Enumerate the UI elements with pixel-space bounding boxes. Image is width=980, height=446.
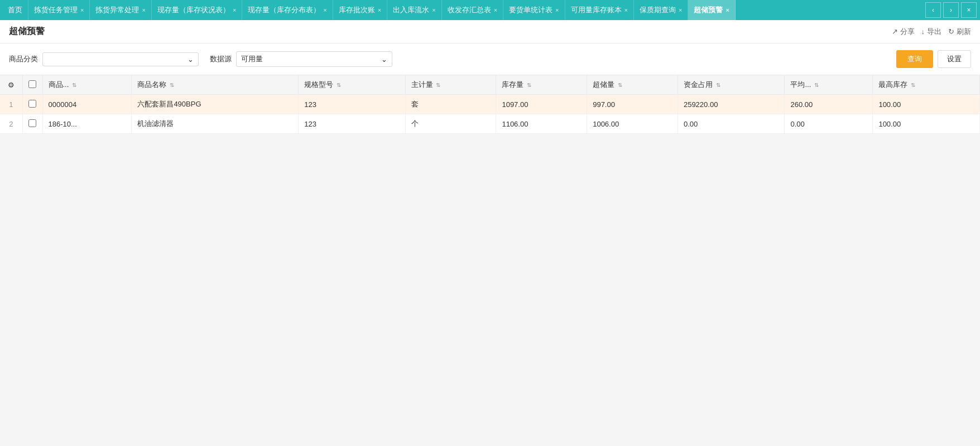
query-button[interactable]: 查询: [896, 50, 933, 68]
row-overstock-qty-1: 997.00: [587, 95, 678, 114]
nav-available-stock[interactable]: 可用量库存账本 ×: [565, 0, 634, 20]
row-product-name-2: 机油滤清器: [132, 114, 299, 134]
settings-button[interactable]: 设置: [938, 50, 971, 68]
nav-close-batch-account[interactable]: ×: [378, 7, 381, 13]
row-product-code-2: 186-10...: [42, 114, 132, 134]
row-capital-occupied-2: 0.00: [678, 114, 785, 134]
nav-task-mgmt[interactable]: 拣货任务管理 ×: [28, 0, 90, 20]
refresh-icon: ↻: [948, 27, 954, 36]
row-capital-occupied-1: 259220.00: [678, 95, 785, 114]
nav-quality-check[interactable]: 保质期查询 ×: [634, 0, 688, 20]
row-checkbox-2[interactable]: [22, 114, 42, 134]
sort-icon-unit: ⇅: [436, 82, 440, 88]
nav-inout-flow[interactable]: 出入库流水 ×: [387, 0, 441, 20]
page-title: 超储预警: [9, 26, 45, 37]
nav-close-available-stock[interactable]: ×: [624, 7, 628, 13]
nav-inventory-dist[interactable]: 现存量（库存分布表） ×: [242, 0, 333, 20]
row-select-checkbox-1[interactable]: [28, 100, 36, 108]
nav-close-inout-flow[interactable]: ×: [432, 7, 435, 13]
row-stock-qty-2: 1106.00: [496, 114, 587, 134]
table-row: 1 0000004 六配套新昌490BPG 123 套 1097.00 997.…: [0, 95, 980, 114]
th-capital-occupied[interactable]: 资金占用 ⇅: [678, 75, 785, 95]
row-checkbox-1[interactable]: [22, 95, 42, 114]
sort-icon-avg: ⇅: [814, 82, 819, 88]
th-unit[interactable]: 主计量 ⇅: [405, 75, 496, 95]
nav-collect-summary[interactable]: 收发存汇总表 ×: [442, 0, 503, 20]
nav-close-inventory-dist[interactable]: ×: [323, 7, 326, 13]
nav-close-abnormal[interactable]: ×: [142, 7, 145, 13]
share-action[interactable]: ↗ 分享: [892, 27, 915, 37]
filter-product-category-select[interactable]: ⌄: [42, 52, 199, 66]
export-action[interactable]: ↓ 导出: [921, 27, 942, 37]
nav-arrow-close[interactable]: ×: [961, 2, 977, 18]
export-icon: ↓: [921, 27, 925, 36]
overstock-table: ⚙ 商品... ⇅ 商品名称 ⇅ 规格型号 ⇅ 主计量: [0, 75, 980, 134]
filter-actions: 查询 设置: [896, 50, 971, 68]
table-row: 2 186-10... 机油滤清器 123 个 1106.00 1006.00 …: [0, 114, 980, 134]
filter-datasource-group: 数据源 可用量 ⌄: [210, 51, 392, 67]
filter-area: 商品分类 ⌄ 数据源 可用量 ⌄ 查询 设置: [0, 43, 980, 75]
filter-datasource-select[interactable]: 可用量 ⌄: [236, 51, 392, 67]
nav-close-order-stats[interactable]: ×: [555, 7, 559, 13]
filter-product-category-group: 商品分类 ⌄: [9, 52, 199, 66]
nav-close-collect-summary[interactable]: ×: [494, 7, 497, 13]
nav-close-inventory-status[interactable]: ×: [233, 7, 236, 13]
row-overstock-qty-2: 1006.00: [587, 114, 678, 134]
row-select-checkbox-2[interactable]: [28, 119, 36, 127]
top-nav: 首页 拣货任务管理 × 拣货异常处理 × 现存量（库存状况表） × 现存量（库存…: [0, 0, 980, 20]
page-header: 超储预警 ↗ 分享 ↓ 导出 ↻ 刷新: [0, 20, 980, 43]
filter-datasource-label: 数据源: [210, 54, 232, 64]
row-product-name-1: 六配套新昌490BPG: [132, 95, 299, 114]
nav-inventory-status[interactable]: 现存量（库存状况表） ×: [152, 0, 242, 20]
share-icon: ↗: [892, 27, 898, 36]
chevron-down-icon-2: ⌄: [381, 55, 387, 64]
gear-icon: ⚙: [8, 81, 15, 89]
th-avg[interactable]: 平均... ⇅: [785, 75, 873, 95]
th-settings[interactable]: ⚙: [0, 75, 22, 95]
th-stock-qty[interactable]: 库存量 ⇅: [496, 75, 587, 95]
nav-arrows: ‹ › ×: [924, 2, 978, 18]
refresh-action[interactable]: ↻ 刷新: [948, 27, 971, 37]
table-header-row: ⚙ 商品... ⇅ 商品名称 ⇅ 规格型号 ⇅ 主计量: [0, 75, 980, 95]
sort-icon-spec: ⇅: [337, 82, 341, 88]
row-unit-2: 个: [405, 114, 496, 134]
row-max-stock-1: 100.00: [873, 95, 980, 114]
th-product-name[interactable]: 商品名称 ⇅: [132, 75, 299, 95]
nav-abnormal[interactable]: 拣货异常处理 ×: [90, 0, 151, 20]
nav-close-overstock-warning[interactable]: ×: [726, 7, 729, 13]
sort-icon-max-stock: ⇅: [911, 82, 915, 88]
row-unit-1: 套: [405, 95, 496, 114]
nav-batch-account[interactable]: 库存批次账 ×: [333, 0, 387, 20]
table-container: ⚙ 商品... ⇅ 商品名称 ⇅ 规格型号 ⇅ 主计量: [0, 75, 980, 134]
nav-close-task-mgmt[interactable]: ×: [80, 7, 84, 13]
sort-icon-stock-qty: ⇅: [527, 82, 531, 88]
th-product-code[interactable]: 商品... ⇅: [42, 75, 132, 95]
row-avg-1: 260.00: [785, 95, 873, 114]
sort-icon-capital-occupied: ⇅: [716, 82, 720, 88]
nav-overstock-warning[interactable]: 超储预警 ×: [688, 0, 735, 20]
th-checkbox[interactable]: [22, 75, 42, 95]
row-num-1: 1: [0, 95, 22, 114]
row-num-2: 2: [0, 114, 22, 134]
th-max-stock[interactable]: 最高库存 ⇅: [873, 75, 980, 95]
sort-icon-overstock-qty: ⇅: [618, 82, 622, 88]
nav-arrow-left[interactable]: ‹: [925, 2, 941, 18]
row-spec-2: 123: [299, 114, 406, 134]
chevron-down-icon: ⌄: [188, 55, 194, 64]
header-actions: ↗ 分享 ↓ 导出 ↻ 刷新: [892, 27, 972, 37]
sort-icon-product-name: ⇅: [170, 82, 174, 88]
select-all-checkbox[interactable]: [28, 80, 36, 88]
nav-arrow-right[interactable]: ›: [943, 2, 959, 18]
th-overstock-qty[interactable]: 超储量 ⇅: [587, 75, 678, 95]
th-spec[interactable]: 规格型号 ⇅: [299, 75, 406, 95]
row-avg-2: 0.00: [785, 114, 873, 134]
row-max-stock-2: 100.00: [873, 114, 980, 134]
row-product-code-1: 0000004: [42, 95, 132, 114]
row-stock-qty-1: 1097.00: [496, 95, 587, 114]
filter-product-category-label: 商品分类: [9, 54, 38, 64]
nav-home[interactable]: 首页: [2, 0, 28, 20]
sort-icon-product-code: ⇅: [72, 82, 76, 88]
nav-close-quality-check[interactable]: ×: [679, 7, 682, 13]
nav-order-stats[interactable]: 要货单统计表 ×: [503, 0, 565, 20]
row-spec-1: 123: [299, 95, 406, 114]
